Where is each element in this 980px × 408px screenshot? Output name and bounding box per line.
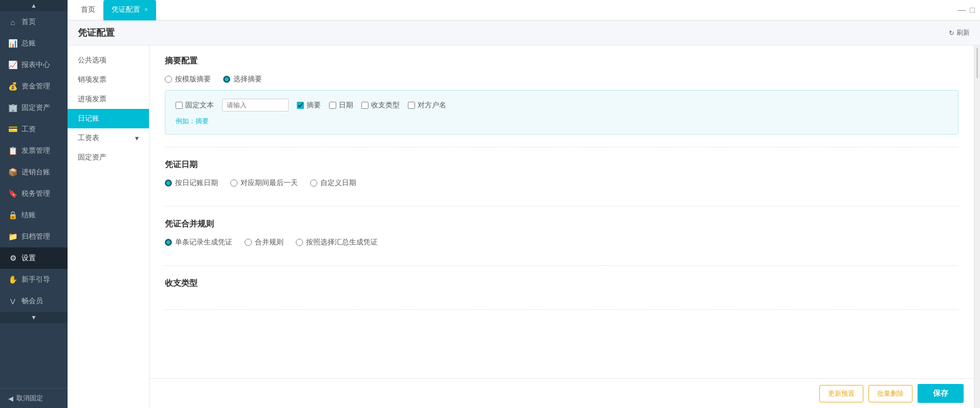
summary-radio-group: 按模版摘要 选择摘要 bbox=[165, 75, 959, 84]
refresh-button[interactable]: ↻ 刷新 bbox=[949, 28, 970, 37]
radio-template-summary[interactable]: 按模版摘要 bbox=[165, 75, 211, 84]
payroll-icon: 💳 bbox=[8, 125, 17, 134]
closing-icon: 🔒 bbox=[8, 211, 17, 220]
home-icon: ⌂ bbox=[8, 18, 17, 27]
refresh-icon: ↻ bbox=[949, 29, 954, 37]
sidebar-item-reports[interactable]: 📈 报表中心 bbox=[0, 54, 68, 76]
reports-icon: 📈 bbox=[8, 60, 17, 70]
sidebar-item-assets[interactable]: 🏢 固定资产 bbox=[0, 97, 68, 119]
purchsales-icon: 📦 bbox=[8, 168, 17, 177]
tab-bar: 首页 凭证配置 × — □ bbox=[68, 0, 980, 20]
tab-voucher-config[interactable]: 凭证配置 × bbox=[103, 0, 156, 20]
sidebar-item-ledger[interactable]: 📊 总账 bbox=[0, 33, 68, 54]
sidebar-cancel-pin[interactable]: ◀ 取消固定 bbox=[0, 388, 68, 408]
window-maximize-button[interactable]: □ bbox=[970, 6, 975, 15]
sidebar-item-closing[interactable]: 🔒 结账 bbox=[0, 205, 68, 226]
vip-icon: V bbox=[8, 297, 17, 306]
sidebar-item-purchsales[interactable]: 📦 进销台账 bbox=[0, 162, 68, 183]
radio-single-record[interactable]: 单条记录生成凭证 bbox=[165, 238, 232, 247]
settings-icon: ⚙ bbox=[8, 254, 17, 263]
left-nav-public[interactable]: 公共选项 bbox=[68, 51, 149, 70]
tab-home[interactable]: 首页 bbox=[73, 0, 103, 20]
left-nav-journal[interactable]: 日记账 bbox=[68, 109, 149, 128]
summary-config-box: 固定文本 摘要 日期 收支类型 bbox=[165, 90, 959, 134]
radio-custom-date[interactable]: 自定义日期 bbox=[310, 178, 356, 188]
scroll-thumb[interactable] bbox=[976, 48, 978, 78]
sidebar-scroll-down[interactable]: ▼ bbox=[0, 312, 68, 323]
save-button[interactable]: 保存 bbox=[918, 384, 964, 403]
batch-delete-button[interactable]: 批量删除 bbox=[868, 385, 912, 402]
invoice-icon: 📋 bbox=[8, 146, 17, 155]
sidebar-item-tax[interactable]: 🔖 税务管理 bbox=[0, 183, 68, 205]
radio-last-period-day[interactable]: 对应期间最后一天 bbox=[230, 178, 298, 188]
checkbox-counterpart[interactable]: 对方户名 bbox=[408, 101, 446, 110]
tax-icon: 🔖 bbox=[8, 189, 17, 198]
sidebar-item-settings[interactable]: ⚙ 设置 bbox=[0, 247, 68, 269]
checkbox-income-type[interactable]: 收支类型 bbox=[361, 101, 400, 110]
window-minimize-button[interactable]: — bbox=[957, 6, 966, 15]
checkbox-date[interactable]: 日期 bbox=[329, 101, 353, 110]
income-type-section: 收支类型 bbox=[165, 278, 959, 310]
page-header: 凭证配置 ↻ 刷新 bbox=[68, 20, 980, 46]
funds-icon: 💰 bbox=[8, 82, 17, 91]
merge-rules-title: 凭证合并规则 bbox=[165, 219, 959, 230]
sidebar-item-archive[interactable]: 📁 归档管理 bbox=[0, 226, 68, 247]
assets-icon: 🏢 bbox=[8, 103, 17, 112]
sidebar-item-home[interactable]: ⌂ 首页 bbox=[0, 11, 68, 33]
summary-config-title: 摘要配置 bbox=[165, 56, 959, 66]
sidebar-item-guide[interactable]: ✋ 新手引导 bbox=[0, 269, 68, 290]
page-title: 凭证配置 bbox=[78, 27, 115, 39]
summary-config-section: 摘要配置 按模版摘要 选择摘要 固定文本 bbox=[165, 56, 959, 147]
bottom-action-bar: 更新预置 批量删除 保存 bbox=[149, 378, 974, 408]
left-nav-fixed-assets[interactable]: 固定资产 bbox=[68, 148, 149, 167]
main-area: 首页 凭证配置 × — □ 凭证配置 ↻ 刷新 公共选项 销项发票 进 bbox=[68, 0, 980, 408]
summary-example: 例如：摘要 bbox=[176, 117, 948, 126]
radio-select-summary[interactable]: 按照选择汇总生成凭证 bbox=[296, 238, 378, 247]
guide-icon: ✋ bbox=[8, 275, 17, 284]
left-nav-purchase-invoice[interactable]: 进项发票 bbox=[68, 89, 149, 109]
right-panel: 摘要配置 按模版摘要 选择摘要 固定文本 bbox=[149, 46, 974, 408]
merge-rules-section: 凭证合并规则 单条记录生成凭证 合并规则 按照选择汇总生成凭证 bbox=[165, 219, 959, 266]
fixed-text-input[interactable] bbox=[222, 99, 289, 111]
checkbox-summary[interactable]: 摘要 bbox=[297, 101, 321, 110]
sidebar-item-invoice[interactable]: 📋 发票管理 bbox=[0, 140, 68, 162]
voucher-date-radio-group: 按日记账日期 对应期间最后一天 自定义日期 bbox=[165, 178, 959, 188]
checkbox-fixed-text[interactable]: 固定文本 bbox=[176, 101, 214, 110]
sidebar-scroll-up[interactable]: ▲ bbox=[0, 0, 68, 11]
left-nav-payroll-table[interactable]: 工资表 ▾ bbox=[68, 128, 149, 148]
radio-select-summary[interactable]: 选择摘要 bbox=[223, 75, 262, 84]
archive-icon: 📁 bbox=[8, 232, 17, 241]
scroll-indicator bbox=[974, 46, 980, 408]
left-nav-sales-invoice[interactable]: 销项发票 bbox=[68, 70, 149, 89]
voucher-date-section: 凭证日期 按日记账日期 对应期间最后一天 自定义日期 bbox=[165, 160, 959, 207]
left-nav: 公共选项 销项发票 进项发票 日记账 工资表 ▾ 固定资产 bbox=[68, 46, 149, 408]
summary-checkboxes-row: 固定文本 摘要 日期 收支类型 bbox=[176, 99, 948, 111]
merge-rules-radio-group: 单条记录生成凭证 合并规则 按照选择汇总生成凭证 bbox=[165, 238, 959, 247]
update-preview-button[interactable]: 更新预置 bbox=[819, 385, 863, 402]
ledger-icon: 📊 bbox=[8, 39, 17, 48]
sidebar-item-payroll[interactable]: 💳 工资 bbox=[0, 119, 68, 140]
chevron-down-icon: ▾ bbox=[135, 134, 139, 142]
tab-actions: — □ bbox=[957, 6, 975, 15]
voucher-date-title: 凭证日期 bbox=[165, 160, 959, 170]
income-type-title: 收支类型 bbox=[165, 278, 959, 289]
tab-close-button[interactable]: × bbox=[144, 6, 148, 13]
sidebar-item-funds[interactable]: 💰 资金管理 bbox=[0, 76, 68, 97]
radio-by-journal-date[interactable]: 按日记账日期 bbox=[165, 178, 218, 188]
sidebar-item-vip[interactable]: V 畅会员 bbox=[0, 290, 68, 312]
pin-icon: ◀ bbox=[8, 395, 13, 402]
content-area: 公共选项 销项发票 进项发票 日记账 工资表 ▾ 固定资产 摘要配置 bbox=[68, 46, 980, 408]
radio-merge-rule[interactable]: 合并规则 bbox=[245, 238, 284, 247]
sidebar: ▲ ⌂ 首页 📊 总账 📈 报表中心 💰 资金管理 🏢 固定资产 💳 工资 📋 … bbox=[0, 0, 68, 408]
